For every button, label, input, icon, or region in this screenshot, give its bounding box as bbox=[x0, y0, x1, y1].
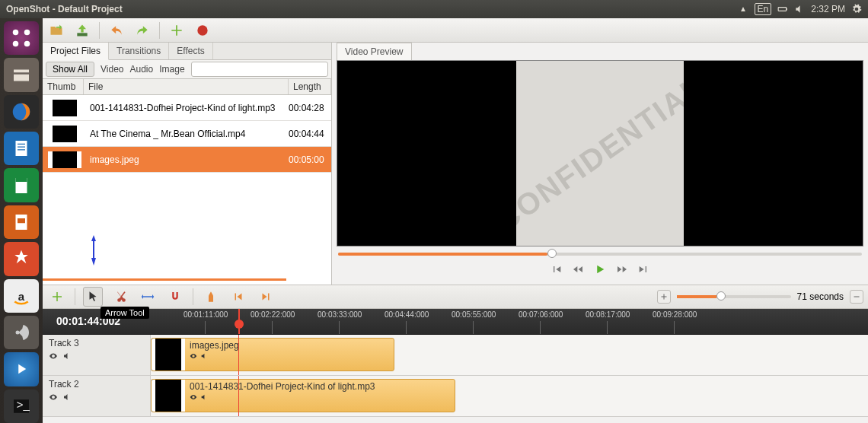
file-length: 00:05:00 bbox=[289, 154, 331, 165]
ruler-tick: 00:05:55:000 bbox=[452, 310, 496, 319]
ruler-tick: 00:07:06:000 bbox=[519, 310, 563, 319]
forward-icon[interactable] bbox=[616, 263, 628, 278]
save-button[interactable] bbox=[73, 21, 91, 40]
eye-icon bbox=[190, 393, 197, 401]
svg-point-5 bbox=[24, 41, 30, 47]
snap-tool-button[interactable] bbox=[165, 287, 185, 307]
software-center-icon[interactable] bbox=[4, 242, 39, 275]
file-thumb bbox=[44, 97, 85, 119]
clip[interactable]: images.jpeg bbox=[151, 338, 394, 371]
mini-seek[interactable] bbox=[43, 274, 331, 285]
arrow-tool-button[interactable] bbox=[83, 287, 103, 307]
file-name: images.jpeg bbox=[85, 154, 289, 165]
svg-rect-21 bbox=[77, 33, 87, 36]
undo-button[interactable] bbox=[107, 21, 126, 40]
svg-point-4 bbox=[24, 30, 30, 36]
file-name: 001-1414831-Dofhei Project-Kind of light… bbox=[85, 103, 289, 113]
add-track-button[interactable] bbox=[47, 287, 67, 307]
col-thumb[interactable]: Thumb bbox=[43, 79, 84, 94]
watermark: CONFIDENTIAL bbox=[516, 69, 685, 237]
zoom-out-button[interactable] bbox=[850, 290, 863, 304]
marker-add-button[interactable] bbox=[201, 287, 221, 307]
speaker-icon[interactable] bbox=[62, 393, 72, 402]
preview-seek[interactable] bbox=[337, 246, 863, 259]
clip[interactable]: 001-1414831-Dofhei Project-Kind of light… bbox=[151, 379, 455, 412]
file-row[interactable]: 001-1414831-Dofhei Project-Kind of light… bbox=[43, 95, 331, 121]
marker-prev-button[interactable] bbox=[228, 287, 248, 307]
clip-thumb bbox=[152, 339, 185, 371]
playhead[interactable] bbox=[238, 309, 240, 334]
svg-text:>_: >_ bbox=[17, 397, 30, 410]
tab-effects[interactable]: Effects bbox=[169, 43, 212, 59]
filter-audio[interactable]: Audio bbox=[130, 64, 154, 75]
svg-rect-0 bbox=[778, 8, 786, 11]
track-header[interactable]: Track 2 bbox=[43, 376, 151, 416]
zoom-label: 71 seconds bbox=[797, 291, 844, 302]
rewind-icon[interactable] bbox=[572, 263, 584, 278]
import-button[interactable] bbox=[168, 21, 186, 40]
open-button[interactable] bbox=[47, 21, 65, 40]
settings-gear-icon[interactable] bbox=[851, 4, 862, 14]
files-icon[interactable] bbox=[4, 58, 39, 91]
system-settings-icon[interactable] bbox=[4, 316, 39, 349]
openshot-main: Project Files Transitions Effects Show A… bbox=[43, 18, 868, 423]
writer-icon[interactable] bbox=[4, 132, 39, 165]
redo-button[interactable] bbox=[133, 21, 152, 40]
system-topbar: OpenShot - Default Project En 2:32 PM bbox=[0, 0, 868, 18]
track-lane[interactable]: images.jpeg bbox=[151, 335, 868, 375]
tooltip: Arrow Tool bbox=[101, 307, 149, 319]
track-lane[interactable]: 001-1414831-Dofhei Project-Kind of light… bbox=[151, 376, 868, 416]
svg-rect-10 bbox=[18, 144, 25, 145]
battery-icon[interactable] bbox=[777, 4, 788, 14]
volume-icon[interactable] bbox=[794, 4, 805, 14]
terminal-icon[interactable]: >_ bbox=[4, 390, 39, 423]
amazon-icon[interactable]: a bbox=[4, 279, 39, 313]
speaker-icon[interactable] bbox=[62, 351, 72, 361]
filter-image[interactable]: Image bbox=[159, 64, 184, 75]
track-header[interactable]: Track 3 bbox=[43, 335, 151, 375]
svg-rect-11 bbox=[18, 147, 25, 148]
dash-icon[interactable] bbox=[4, 21, 39, 55]
speaker-icon bbox=[200, 352, 208, 360]
file-name: At The Cinema _ Mr.Bean Official.mp4 bbox=[85, 129, 289, 139]
network-icon[interactable] bbox=[738, 4, 748, 14]
eye-icon[interactable] bbox=[49, 393, 58, 402]
timeline-toolbar: 71 seconds Arrow Tool bbox=[43, 285, 868, 309]
svg-rect-9 bbox=[16, 141, 27, 156]
skip-start-icon[interactable] bbox=[550, 263, 563, 278]
file-row[interactable]: images.jpeg 00:05:00 bbox=[43, 147, 331, 173]
impress-icon[interactable] bbox=[4, 205, 39, 239]
playhead-line bbox=[238, 335, 239, 375]
col-length[interactable]: Length bbox=[289, 79, 331, 94]
play-icon[interactable] bbox=[593, 262, 607, 278]
ruler-tick: 00:08:17:000 bbox=[586, 310, 630, 319]
ruler-tick: 00:09:28:000 bbox=[653, 310, 697, 319]
clock[interactable]: 2:32 PM bbox=[811, 4, 845, 14]
lang-indicator[interactable]: En bbox=[755, 3, 772, 15]
tab-transitions[interactable]: Transitions bbox=[109, 43, 169, 59]
record-button[interactable] bbox=[193, 21, 212, 40]
skip-end-icon[interactable] bbox=[637, 263, 649, 278]
project-files-panel: Project Files Transitions Effects Show A… bbox=[43, 43, 332, 285]
marker-next-button[interactable] bbox=[256, 287, 276, 307]
file-row[interactable]: At The Cinema _ Mr.Bean Official.mp4 00:… bbox=[43, 121, 331, 147]
col-file[interactable]: File bbox=[84, 79, 289, 94]
filter-video[interactable]: Video bbox=[101, 64, 123, 75]
filter-show-all[interactable]: Show All bbox=[46, 62, 94, 77]
calc-icon[interactable] bbox=[4, 168, 39, 202]
svg-point-3 bbox=[13, 41, 19, 47]
svg-point-22 bbox=[197, 25, 207, 35]
media-player-icon[interactable] bbox=[4, 352, 39, 386]
ruler-tick: 00:02:22:000 bbox=[251, 310, 295, 319]
timeline-ruler[interactable]: 00:01:44:002 00:01:11:00000:02:22:00000:… bbox=[43, 309, 868, 335]
eye-icon[interactable] bbox=[49, 351, 58, 361]
tab-project-files[interactable]: Project Files bbox=[43, 43, 109, 60]
firefox-icon[interactable] bbox=[4, 95, 39, 129]
zoom-slider[interactable] bbox=[677, 295, 791, 298]
razor-tool-button[interactable] bbox=[110, 287, 130, 307]
resize-tool-button[interactable] bbox=[138, 287, 158, 307]
zoom-in-button[interactable] bbox=[657, 290, 671, 304]
filter-search-input[interactable] bbox=[191, 62, 328, 77]
playhead-line bbox=[238, 376, 239, 416]
tab-video-preview[interactable]: Video Preview bbox=[337, 43, 412, 60]
